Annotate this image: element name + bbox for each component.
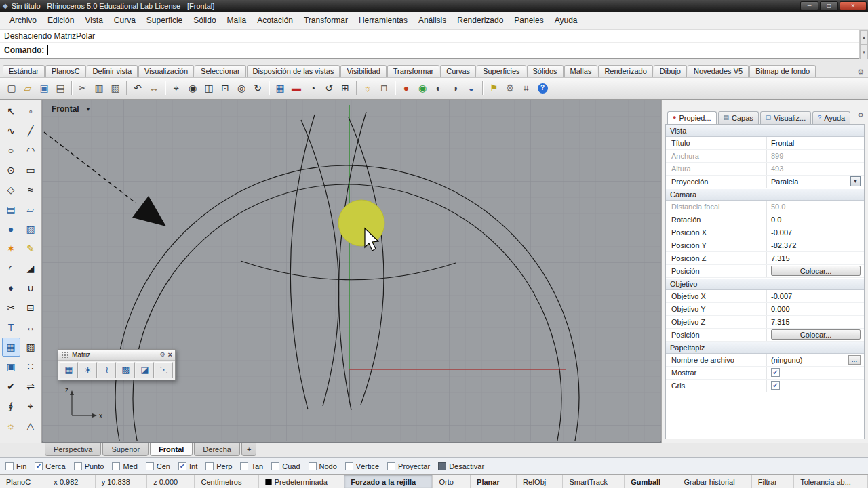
move-icon[interactable]: ⌖ — [168, 80, 184, 96]
options-gear-icon[interactable]: ⚙ — [502, 80, 518, 96]
freeform-icon[interactable]: ≈ — [22, 180, 40, 199]
toolbar-tab[interactable]: Novedades V5 — [688, 65, 749, 77]
viewport-tab[interactable]: + — [241, 443, 256, 456]
curve-icon[interactable]: ∿ — [2, 121, 20, 140]
toolbar-tab[interactable]: Visibilidad — [340, 65, 386, 77]
toolbar-tab[interactable]: PlanosC — [45, 65, 86, 77]
flag-icon[interactable]: ⚑ — [486, 80, 502, 96]
toolbar-tab[interactable]: Seleccionar — [195, 65, 245, 77]
zoom-selected-icon[interactable]: ◎ — [233, 80, 250, 96]
status-field[interactable]: Filtrar — [752, 475, 794, 488]
status-field[interactable]: Forzado a la rejilla — [344, 475, 433, 488]
status-field[interactable]: RefObj — [517, 475, 564, 488]
osnap-toggle[interactable]: ✔ Nodo — [309, 462, 337, 470]
toolbar-tab[interactable]: Bitmap de fondo — [749, 65, 816, 77]
viewport-tab[interactable]: Frontal — [150, 443, 193, 456]
split-icon[interactable]: ⊟ — [22, 298, 40, 317]
tab-capas[interactable]: ▤ Capas — [718, 111, 759, 124]
open-file-icon[interactable]: ▱ — [20, 80, 36, 96]
point-icon[interactable]: ◦ — [22, 102, 40, 121]
palette-titlebar[interactable]: Matriz ⚙ × — [58, 350, 175, 361]
osnap-toggle[interactable]: ✔ Cuad — [271, 462, 300, 470]
browse-button[interactable]: … — [848, 355, 861, 365]
menu-item[interactable]: Superficie — [141, 13, 188, 28]
osnap-checkbox[interactable]: ✔ — [240, 462, 248, 470]
menu-item[interactable]: Acotación — [252, 13, 298, 28]
toolbar-tab[interactable]: Visualización — [138, 65, 194, 77]
property-value[interactable]: 493 — [771, 165, 783, 173]
osnap-toggle[interactable]: ✔ Punto — [74, 462, 104, 470]
cut-icon[interactable]: ✂ — [75, 80, 91, 96]
osnap-toggle[interactable]: ✔ Cen — [146, 462, 170, 470]
car-icon[interactable]: ▬ — [288, 80, 304, 96]
osnap-toggle[interactable]: ✔ Fin — [5, 462, 26, 470]
selection-highlight[interactable] — [338, 200, 384, 246]
fillet-icon[interactable]: ◜ — [2, 259, 20, 278]
rectangle-icon[interactable]: ▭ — [22, 161, 40, 180]
lock-icon[interactable]: ⊓ — [376, 80, 392, 96]
check-icon[interactable]: ✔ — [2, 377, 20, 396]
spiral-icon[interactable]: ∮ — [2, 396, 20, 415]
property-value[interactable]: Frontal — [771, 139, 794, 147]
status-field[interactable]: SmartTrack — [563, 475, 625, 488]
viewport-tab[interactable]: Superior — [102, 443, 149, 456]
osnap-checkbox[interactable]: ✔ — [112, 462, 120, 470]
dimension-icon[interactable]: ↔ — [22, 318, 40, 337]
array-rect-icon[interactable]: ▦ — [60, 362, 78, 378]
property-value[interactable]: -82.372 — [771, 241, 796, 249]
osnap-checkbox[interactable]: ✔ — [271, 462, 279, 470]
help-icon[interactable]: ? — [534, 80, 551, 96]
toolbar-tab[interactable]: Definir vista — [87, 65, 138, 77]
new-file-icon[interactable]: ▢ — [3, 80, 20, 96]
menu-item[interactable]: Renderizado — [452, 13, 509, 28]
toolbar-tab[interactable]: Estándar — [3, 65, 45, 77]
matriz-palette[interactable]: Matriz ⚙ × ▦ ∗ — [58, 349, 176, 380]
osnap-toggle[interactable]: ✔ Med — [112, 462, 137, 470]
property-value[interactable]: (ninguno) — [771, 356, 802, 364]
osnap-checkbox[interactable]: ✔ — [35, 462, 43, 470]
property-value[interactable]: 50.0 — [771, 203, 785, 211]
array-icon[interactable]: ∷ — [22, 357, 40, 376]
rotate-view-icon[interactable]: ↻ — [250, 80, 266, 96]
minimize-button[interactable]: ─ — [800, 1, 818, 11]
save-icon[interactable]: ▣ — [36, 80, 52, 96]
osnap-toggle[interactable]: ✔ Vértice — [345, 462, 379, 470]
menu-item[interactable]: Malla — [222, 13, 252, 28]
hatch-icon[interactable]: ▨ — [22, 338, 40, 357]
menu-item[interactable]: Transformar — [298, 13, 353, 28]
menu-item[interactable]: Curva — [108, 13, 141, 28]
status-field[interactable]: z 0.000 — [147, 475, 195, 488]
copy-view-icon[interactable]: ⊞ — [337, 80, 353, 96]
osnap-toggle[interactable]: ✔ Desactivar — [438, 462, 484, 470]
four-viewports-icon[interactable]: ▦ — [272, 80, 288, 96]
array-surface-icon[interactable]: ▩ — [117, 362, 135, 378]
command-history[interactable]: Deshaciendo MatrizPolar — [0, 30, 868, 43]
close-button[interactable]: × — [840, 1, 867, 11]
render-icon[interactable]: ● — [398, 80, 414, 96]
property-value[interactable]: Paralela — [771, 178, 798, 186]
colocar-button[interactable]: Colocar... — [771, 266, 861, 276]
box-icon[interactable]: ▧ — [22, 220, 40, 239]
property-checkbox[interactable]: ✔ — [771, 381, 780, 390]
arc-icon[interactable]: ◠ — [22, 141, 40, 160]
loft-icon[interactable]: ▱ — [22, 200, 40, 219]
dropdown-arrow-icon[interactable]: ▾ — [850, 176, 861, 186]
osnap-toggle[interactable]: ✔ Tan — [240, 462, 263, 470]
osnap-checkbox[interactable]: ✔ — [345, 462, 353, 470]
command-scrollbar[interactable]: ▲ ▼ — [859, 30, 868, 60]
text-icon[interactable]: T — [2, 318, 20, 337]
osnap-checkbox[interactable]: ✔ — [387, 462, 395, 470]
status-field[interactable]: Planar — [471, 475, 517, 488]
select-icon[interactable]: ↖ — [2, 102, 20, 121]
osnap-checkbox[interactable]: ✔ — [178, 462, 186, 470]
osnap-checkbox[interactable]: ✔ — [309, 462, 317, 470]
osnap-toggle[interactable]: ✔ Perp — [205, 462, 232, 470]
grid-array-icon[interactable]: ▦ — [2, 338, 20, 357]
lamp-icon[interactable]: ☼ — [2, 416, 20, 435]
status-field[interactable]: y 10.838 — [96, 475, 147, 488]
analyze-icon[interactable]: ✶ — [2, 239, 20, 258]
property-value[interactable]: -0.007 — [771, 228, 792, 237]
scroll-up-icon[interactable]: ▲ — [860, 30, 868, 45]
palette-close-icon[interactable]: × — [168, 350, 172, 359]
toolbar-tab[interactable]: Disposición de las vistas — [247, 65, 340, 77]
